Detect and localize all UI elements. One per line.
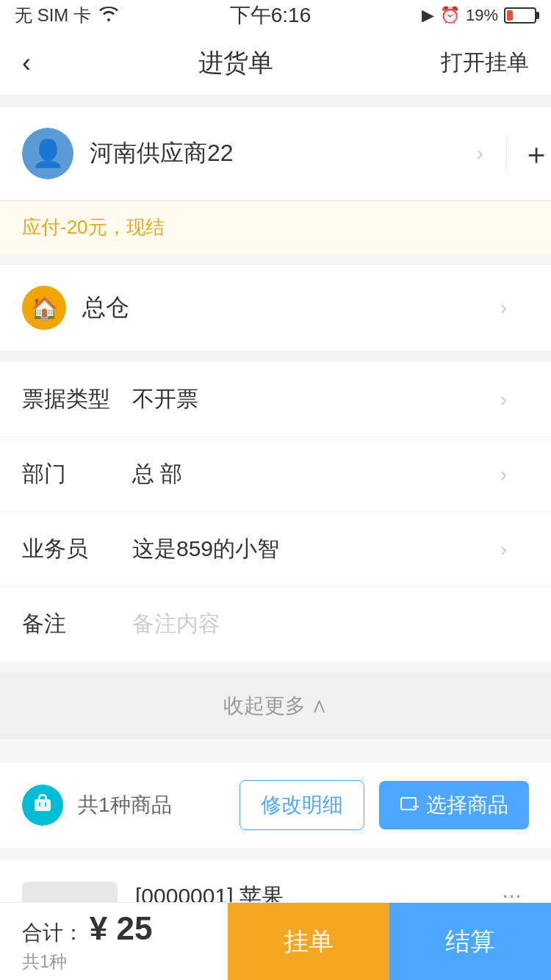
form-section: 票据类型 不开票 › 部门 总 部 › 业务员 这是859的小智 › 备注 备注… xyxy=(0,362,551,661)
status-left: 无 SIM 卡 xyxy=(15,4,119,27)
chevron-right-icon: › xyxy=(500,538,507,561)
person-icon: 👤 xyxy=(32,138,65,169)
nav-bar: ‹ 进货单 打开挂单 xyxy=(0,31,551,96)
svg-rect-3 xyxy=(401,798,416,810)
chevron-right-icon: › xyxy=(477,142,483,165)
divider-1 xyxy=(0,96,551,107)
notice-bar: 应付-20元，现结 xyxy=(0,201,551,253)
department-row[interactable]: 部门 总 部 › xyxy=(0,437,551,512)
total-label: 合计： xyxy=(22,921,84,944)
battery-icon xyxy=(504,7,536,24)
add-supplier-button[interactable]: ＋ xyxy=(506,134,551,174)
carrier-text: 无 SIM 卡 xyxy=(15,4,91,27)
department-label: 部门 xyxy=(22,459,125,489)
back-button[interactable]: ‹ xyxy=(22,48,31,79)
hang-button[interactable]: 挂单 xyxy=(228,903,389,981)
remark-placeholder: 备注内容 xyxy=(125,609,529,639)
department-value: 总 部 xyxy=(125,459,500,489)
salesman-label: 业务员 xyxy=(22,534,125,564)
warehouse-icon: 🏠 xyxy=(22,286,66,330)
footer-total-line: 合计： ¥ 25 xyxy=(22,910,206,947)
product-icon xyxy=(22,785,63,826)
supplier-name: 河南供应商22 xyxy=(90,137,477,170)
supplier-avatar: 👤 xyxy=(22,128,73,179)
svg-rect-0 xyxy=(35,799,51,811)
page-title: 进货单 xyxy=(198,46,273,80)
warehouse-section: 🏠 总仓 › xyxy=(0,265,551,350)
supplier-row[interactable]: 👤 河南供应商22 › xyxy=(0,107,505,200)
salesman-row[interactable]: 业务员 这是859的小智 › xyxy=(0,512,551,587)
bag-icon xyxy=(32,792,54,819)
status-bar: 无 SIM 卡 下午6:16 ▶ ⏰ 19% xyxy=(0,0,551,31)
select-product-label: 选择商品 xyxy=(426,791,508,819)
warehouse-row[interactable]: 🏠 总仓 › xyxy=(0,265,551,350)
invoice-type-label: 票据类型 xyxy=(22,384,125,414)
total-amount: ¥ 25 xyxy=(90,910,153,946)
chevron-right-icon: › xyxy=(500,463,507,486)
remark-row[interactable]: 备注 备注内容 xyxy=(0,587,551,661)
supplier-section: 👤 河南供应商22 › ＋ 应付-20元，现结 xyxy=(0,107,551,253)
invoice-type-row[interactable]: 票据类型 不开票 › xyxy=(0,362,551,437)
alarm-icon: ⏰ xyxy=(440,6,460,25)
settle-button[interactable]: 结算 xyxy=(389,903,551,981)
status-right: ▶ ⏰ 19% xyxy=(422,6,536,25)
chevron-right-icon: › xyxy=(500,296,507,320)
product-header: 共1种商品 修改明细 选择商品 xyxy=(0,763,551,848)
warehouse-name: 总仓 xyxy=(82,292,500,324)
product-count-label: 共1种商品 xyxy=(78,791,225,819)
divider-2 xyxy=(0,739,551,751)
wifi-icon xyxy=(98,5,119,26)
footer-total: 合计： ¥ 25 共1种 xyxy=(0,910,228,973)
footer-count: 共1种 xyxy=(22,950,206,973)
invoice-type-value: 不开票 xyxy=(125,384,500,414)
open-hang-button[interactable]: 打开挂单 xyxy=(441,48,529,78)
status-time: 下午6:16 xyxy=(230,1,311,29)
footer: 合计： ¥ 25 共1种 挂单 结算 xyxy=(0,902,551,980)
collapse-button[interactable]: 收起更多 ∧ xyxy=(0,673,551,739)
battery-percent: 19% xyxy=(466,6,498,25)
home-icon: 🏠 xyxy=(31,295,58,321)
edit-detail-button[interactable]: 修改明细 xyxy=(240,780,364,830)
remark-label: 备注 xyxy=(22,609,125,639)
chevron-right-icon: › xyxy=(500,388,507,411)
salesman-value: 这是859的小智 xyxy=(125,534,500,564)
select-product-button[interactable]: 选择商品 xyxy=(379,781,529,829)
location-icon: ▶ xyxy=(422,6,434,25)
